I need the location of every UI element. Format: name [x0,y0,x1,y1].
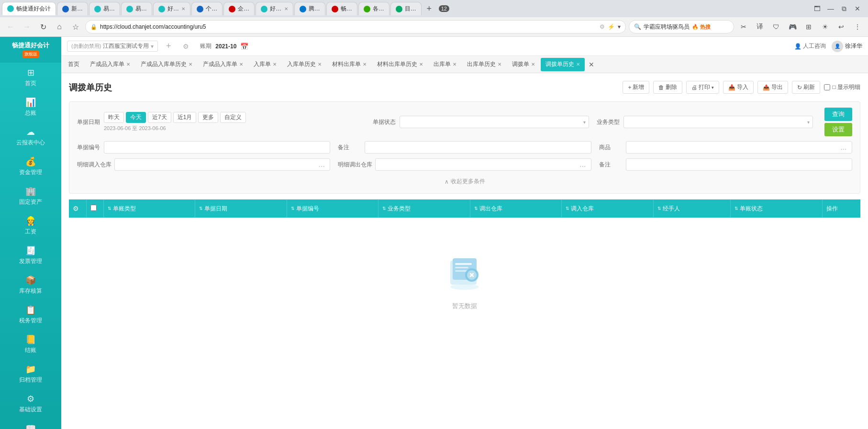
page-tab-home[interactable]: 首页 [63,58,84,71]
delete-btn[interactable]: 🗑 删除 [653,81,682,94]
refresh-btn[interactable]: ↻ 刷新 [792,81,820,94]
browser-tab-11[interactable]: 各… [358,2,389,15]
th-in-wh[interactable]: ⇅ 调入仓库 [562,199,654,218]
service-btn[interactable]: 👤 人工咨询 [794,42,826,50]
date-btn-more[interactable]: 更多 [198,112,218,123]
topbar-settings-btn[interactable]: ⚙ [179,40,192,53]
tab-close-outbound[interactable]: ✕ [453,62,456,67]
page-tab-outbound[interactable]: 出库单 ✕ [429,58,461,71]
browser-tab-9[interactable]: 腾… [294,2,325,15]
forward-button[interactable]: → [20,20,33,33]
sidebar-item-invoice[interactable]: 🧾 发票管理 [0,241,61,270]
page-tab-inbound[interactable]: 产成品入库单 ✕ [85,58,135,71]
search-bar[interactable]: 🔍 学霸应聘场驱鸟员 🔥 热搜 [629,20,734,33]
date-btn-today[interactable]: 今天 [126,112,146,123]
page-tab-transfer-hist[interactable]: 调拨单历史 ✕ [541,58,585,71]
tab-close-material-out[interactable]: ✕ [363,62,367,67]
th-out-wh[interactable]: ⇅ 调出仓库 [470,199,562,218]
page-tab-inbound-hist[interactable]: 产成品入库单历史 ✕ [136,58,197,71]
grid-icon[interactable]: ⊞ [802,20,815,33]
browser-tab-6[interactable]: 个… [191,2,223,15]
tab-close-receipt-hist[interactable]: ✕ [318,62,322,67]
home-button[interactable]: ⌂ [53,20,66,33]
reload-button[interactable]: ↻ [36,20,50,33]
status-select[interactable]: ▾ [400,116,589,128]
minimize-window-btn[interactable]: — [826,4,835,13]
page-tab-inbound2[interactable]: 产成品入库单 ✕ [198,58,248,71]
browser-tab-4[interactable]: 易… [121,2,152,15]
tab-close-transfer-hist[interactable]: ✕ [576,62,580,67]
tab-close-receipt[interactable]: ✕ [273,62,277,67]
browser-tab-10[interactable]: 畅… [326,2,357,15]
th-doc-no[interactable]: ⇅ 单据编号 [287,199,378,218]
export-btn[interactable]: 📤 导出 [757,81,788,94]
tab-close-inbound-hist[interactable]: ✕ [189,62,192,67]
close-all-tabs-btn[interactable]: ✕ [586,59,597,70]
sidebar-item-inventory[interactable]: 📦 库存核算 [0,270,61,300]
back-button[interactable]: ← [4,20,17,33]
page-tab-outbound-hist[interactable]: 出库单历史 ✕ [462,58,506,71]
detail-in-dots[interactable]: … [316,161,327,168]
browser-tab-3[interactable]: 易… [89,2,120,15]
query-btn[interactable]: 查询 [824,108,852,121]
collapse-btn[interactable]: ∧ 收起更多条件 [445,176,485,187]
goods-dots[interactable]: … [838,143,849,151]
sidebar-item-ledger[interactable]: 📊 总账 [0,92,61,122]
page-tab-receipt[interactable]: 入库单 ✕ [249,58,281,71]
th-biz-type[interactable]: ⇅ 业务类型 [378,199,470,218]
sidebar-item-fund[interactable]: 💰 资金管理 [0,152,61,181]
date-btn-yesterday[interactable]: 昨天 [104,112,124,123]
page-tab-receipt-hist[interactable]: 入库单历史 ✕ [282,58,326,71]
topbar-add-btn[interactable]: + [162,40,175,53]
print-btn[interactable]: 🖨 打印 ▾ [686,81,719,94]
scissors-icon[interactable]: ✂ [737,20,750,33]
display-toggle[interactable]: □ 显示明细 [824,83,860,91]
th-handler[interactable]: ⇅ 经手人 [653,199,730,218]
browser-tab-8[interactable]: 好… ✕ [256,2,293,15]
restore2-window-btn[interactable]: ⧉ [839,4,849,13]
th-checkbox[interactable] [86,199,103,218]
sidebar-item-cloud-report[interactable]: ☁ 云报表中心 [0,122,61,152]
close-window-btn[interactable]: ✕ [853,4,862,13]
browser-tab-12[interactable]: 目… [390,2,422,15]
th-doc-date[interactable]: ⇅ 单据日期 [195,199,287,218]
th-gear[interactable]: ⚙ [69,199,86,218]
select-all-checkbox[interactable] [90,205,97,211]
page-tab-material-out-hist[interactable]: 材料出库单历史 ✕ [372,58,428,71]
game-icon[interactable]: 🎮 [786,20,799,33]
url-bar[interactable]: 🔒 https://cloud.chanjet.com/accounting/u… [85,20,626,33]
menu-icon[interactable]: ⋮ [851,20,864,33]
setting-btn[interactable]: 设置 [824,123,852,136]
date-btn-1month[interactable]: 近1月 [173,112,197,123]
tab-close-inbound[interactable]: ✕ [126,62,130,67]
page-tab-transfer[interactable]: 调拨单 ✕ [507,58,540,71]
bookmark-button[interactable]: ☆ [69,20,82,33]
new-btn[interactable]: + 新增 [623,81,649,94]
company-selector[interactable]: (勿删勿禁用) 江西服宝测试专用 ▾ [67,41,158,52]
import-btn[interactable]: 📥 导入 [723,81,754,94]
page-tab-material-out[interactable]: 材料出库单 ✕ [327,58,371,71]
sidebar-item-tax[interactable]: 📋 税务管理 [0,300,61,330]
tab-close-transfer[interactable]: ✕ [531,62,535,67]
remark-input[interactable] [365,141,591,154]
sidebar-item-guide[interactable]: 📖 新手引导 [0,418,61,429]
undo-icon[interactable]: ↩ [835,20,848,33]
tab-close-outbound-hist[interactable]: ✕ [498,62,501,67]
docno-input[interactable] [104,141,330,154]
date-btn-custom[interactable]: 自定义 [220,112,246,123]
translate-icon[interactable]: 译 [753,20,767,33]
sidebar-item-payroll[interactable]: 👷 工资 [0,211,61,241]
new-tab-button[interactable]: + [423,2,436,15]
brightness-icon[interactable]: ☀ [818,20,832,33]
detail-remark-input[interactable] [626,158,852,171]
th-doc-status[interactable]: ⇅ 单账状态 [730,199,822,218]
tab-close-inbound2[interactable]: ✕ [239,62,243,67]
browser-tab-7[interactable]: 企… [223,2,255,15]
calendar-icon[interactable]: 📅 [240,43,248,50]
date-btn-7days[interactable]: 近7天 [148,112,171,123]
display-toggle-checkbox[interactable] [824,84,830,90]
sidebar-item-fixed-assets[interactable]: 🏢 固定资产 [0,181,61,211]
sidebar-item-home[interactable]: ⊞ 首页 [0,63,61,92]
active-browser-tab[interactable]: 畅捷通好会计 [2,2,56,15]
detail-out-dots[interactable]: … [578,161,588,168]
